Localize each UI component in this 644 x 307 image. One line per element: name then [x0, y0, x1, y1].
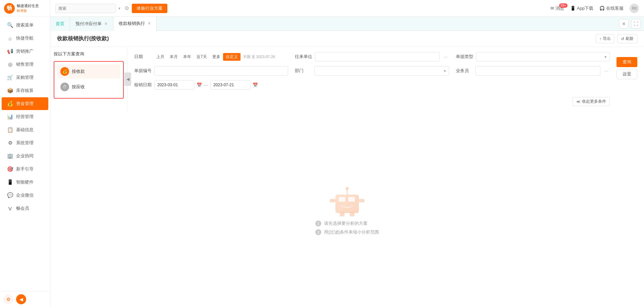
dept-label: 部门 [295, 68, 312, 74]
counterparty-more-icon[interactable]: ··· [442, 54, 449, 59]
header-search-input[interactable] [55, 4, 116, 13]
sidebar-label-wechat: 企业微信 [16, 192, 34, 198]
date-tab-this-year[interactable]: 本年 [180, 53, 194, 61]
sidebar-item-enterprise[interactable]: 🏢 企业协同 [2, 150, 48, 162]
tab-fullscreen-btn[interactable]: ⛶ [631, 19, 641, 29]
settings-bottom-btn[interactable]: ⚙ [3, 294, 13, 304]
tip-num-2: 2 [315, 229, 321, 235]
tab-home[interactable]: 首页 [50, 17, 70, 31]
sidebar-item-operation[interactable]: 📊 经营管理 [2, 110, 48, 123]
date-tab-this-month[interactable]: 本月 [167, 53, 180, 61]
empty-tip-1: 1 请先选择要分析的方案 [315, 220, 379, 226]
filter-by-receivable[interactable]: ⏱ 按应收 [57, 80, 120, 94]
svg-rect-1 [339, 197, 345, 202]
left-panel: 按以下方案查询 💰 按收款 ⏱ 按应收 ◀ [50, 47, 127, 111]
member-icon: V [7, 206, 13, 211]
doc-no-filter-group: 单据编号 [134, 66, 288, 75]
dept-arrow-icon: ▾ [444, 68, 446, 73]
message-btn[interactable]: ✉ 消息 99+ [550, 5, 564, 11]
header-right: ✉ 消息 99+ 📱 App下载 🎧 在线客服 Rit [550, 4, 639, 13]
empty-tip-2-text: 用[过滤]条件来缩小分析范围 [324, 229, 379, 235]
sidebar-item-search[interactable]: 🔍 搜索菜单 [2, 19, 48, 32]
sidebar-label-basic: 基础信息 [16, 127, 34, 133]
query-btn[interactable]: 查询 [616, 57, 637, 67]
tab-close-all-btn[interactable]: ✕ [619, 19, 629, 29]
sidebar-label-marketing: 营销推广 [16, 48, 34, 54]
svg-rect-6 [359, 199, 365, 202]
sidebar-item-hardware[interactable]: 📱 智能硬件 [2, 176, 48, 189]
logo-name: 畅捷通好生意 [17, 3, 39, 8]
sidebar-label-purchase: 采购管理 [16, 74, 34, 81]
offset-end-cal-icon[interactable]: 📅 [253, 83, 258, 88]
service-icon: 🎧 [599, 6, 605, 11]
receipt-offset-tab-label: 收款核销执行 [119, 20, 145, 27]
doc-no-input[interactable] [154, 66, 288, 75]
sidebar-item-marketing[interactable]: 📢 营销推广 [2, 45, 48, 58]
offset-date-end[interactable]: 2023-07-21 [210, 80, 251, 90]
sidebar-item-system[interactable]: ⚙ 系统管理 [2, 137, 48, 149]
sidebar-item-sales[interactable]: ◎ 销售管理 [2, 58, 48, 71]
receipt-option-icon: 💰 [60, 67, 69, 76]
date-tab-custom[interactable]: 自定义 [223, 53, 240, 61]
staff-more-icon[interactable]: ··· [603, 68, 610, 73]
collapse-more-icon: ≪ [576, 99, 581, 104]
sidebar-item-basic[interactable]: 📋 基础信息 [2, 123, 48, 136]
date-tab-last-7days[interactable]: 近7天 [194, 53, 210, 61]
sidebar-label-member: 畅会员 [16, 205, 29, 211]
doc-type-arrow-icon: ▾ [604, 54, 607, 59]
filter-by-receipt[interactable]: 💰 按收款 [57, 64, 120, 79]
refresh-btn[interactable]: ↺ 刷新 [617, 34, 637, 43]
settings-icon[interactable]: ⚙ [124, 5, 129, 11]
svg-rect-0 [335, 195, 359, 213]
message-badge: 99+ [559, 3, 568, 8]
tab-receipt-offset[interactable]: 收款核销执行 ✕ [113, 17, 157, 31]
svg-rect-5 [330, 199, 335, 202]
collapse-left-panel-btn[interactable]: ◀ [124, 72, 131, 86]
sidebar-item-wechat[interactable]: 💬 企业微信 [2, 189, 48, 202]
empty-tip-1-text: 请先选择要分析的方案 [324, 220, 368, 226]
app-download-btn[interactable]: 📱 App下载 [570, 5, 593, 11]
receivable-option-icon: ⏱ [60, 83, 69, 91]
chevron-down-icon[interactable]: ▾ [118, 6, 120, 11]
receipt-offset-tab-close[interactable]: ✕ [148, 21, 151, 26]
svg-rect-2 [348, 197, 355, 202]
sidebar-item-purchase[interactable]: 🛒 采购管理 [2, 71, 48, 84]
logo-text-block: 畅捷通好生意 标准版 [17, 3, 39, 13]
right-filter: 日期 上月 本月 本年 近7天 更多 自定义 不限 至 2023-07-26 [127, 47, 644, 111]
sidebar-item-finance[interactable]: 💰 资金管理 [2, 97, 48, 110]
tip-num-1: 1 [315, 220, 321, 226]
wechat-icon: 💬 [7, 192, 13, 198]
industry-btn[interactable]: 体验行业方案 [132, 4, 167, 13]
sidebar-bottom: ⚙ ◀ [0, 291, 50, 307]
enterprise-icon: 🏢 [7, 153, 13, 159]
tab-prepay[interactable]: 预付冲应付单 ✕ [70, 17, 113, 31]
search-icon: 🔍 [7, 22, 13, 28]
sidebar-item-member[interactable]: V 畅会员 [2, 202, 48, 215]
receipt-option-label: 按收款 [72, 68, 85, 74]
user-avatar[interactable]: Rit [630, 4, 639, 13]
staff-label: 业务员 [456, 68, 473, 74]
sidebar-label-guide: 新手引导 [16, 166, 34, 172]
sidebar-item-quick-nav[interactable]: ⌂ 快捷导航 [2, 32, 48, 45]
date-tab-more[interactable]: 更多 [210, 53, 223, 61]
sidebar-collapse-btn[interactable]: ◀ [16, 294, 26, 304]
collapse-more-btn[interactable]: ≪ 收起更多条件 [573, 97, 610, 106]
page-actions: ↑ 导出 ↺ 刷新 [596, 34, 637, 43]
message-icon: ✉ [550, 6, 554, 11]
marketing-icon: 📢 [7, 48, 13, 54]
doc-no-label: 单据编号 [134, 68, 152, 74]
export-btn[interactable]: ↑ 导出 [596, 34, 614, 43]
sidebar-item-guide[interactable]: 🎯 新手引导 [2, 163, 48, 175]
setting-btn[interactable]: 设置 [616, 69, 637, 79]
sidebar-label-inventory: 库存核算 [16, 88, 34, 94]
date-tab-last-month[interactable]: 上月 [154, 53, 167, 61]
online-service-btn[interactable]: 🎧 在线客服 [599, 5, 624, 11]
filter-row-1: 日期 上月 本月 本年 近7天 更多 自定义 不限 至 2023-07-26 [134, 52, 610, 61]
offset-start-cal-icon[interactable]: 📅 [197, 83, 202, 88]
offset-date-start[interactable]: 2023-03-01 [154, 80, 195, 90]
counterparty-filter-group: 往来单位 ··· [295, 52, 449, 61]
basic-icon: 📋 [7, 127, 13, 133]
sidebar-item-inventory[interactable]: 📦 库存核算 [2, 84, 48, 97]
refresh-label: 刷新 [626, 36, 634, 42]
prepay-tab-close[interactable]: ✕ [104, 21, 108, 26]
